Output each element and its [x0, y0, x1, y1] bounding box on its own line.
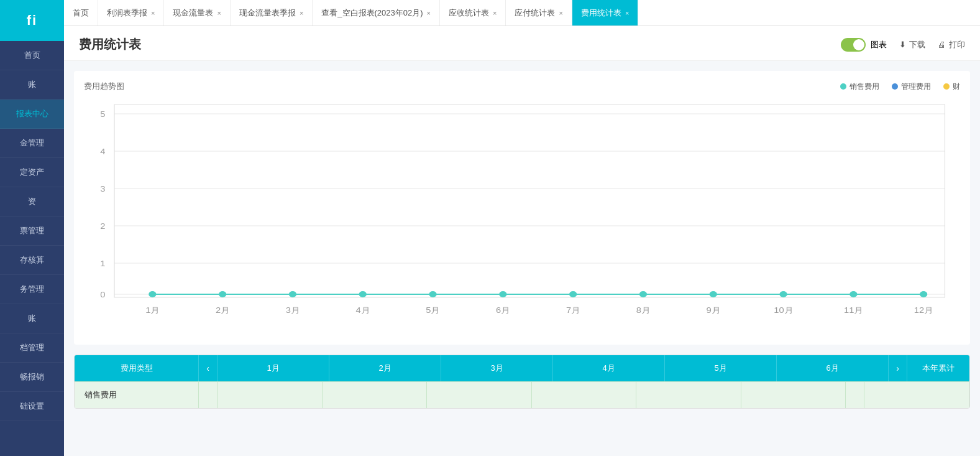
chart-container: 5 4 3 2 1 0 1月 2月 — [84, 98, 960, 335]
chart-toggle[interactable] — [841, 38, 866, 52]
table-col-month4: 4月 — [553, 355, 665, 381]
table-cell-m2 — [323, 382, 428, 408]
table-cell-type: 销售费用 — [75, 382, 199, 408]
table-col-month2: 2月 — [329, 355, 441, 381]
legend-label-admin: 管理费用 — [901, 81, 931, 92]
table-cell-m1 — [218, 382, 323, 408]
svg-point-29 — [429, 291, 436, 297]
svg-text:5: 5 — [100, 110, 105, 118]
page-header: 费用统计表 图表 ⬇ 下载 🖨 打印 — [64, 26, 980, 61]
download-icon: ⬇ — [899, 40, 906, 49]
svg-point-35 — [849, 291, 857, 297]
legend-sales: 销售费用 — [840, 81, 879, 92]
tab-expense-stats[interactable]: 费用统计表 × — [572, 0, 638, 26]
tab-close-payable[interactable]: × — [559, 9, 562, 17]
svg-text:11月: 11月 — [844, 306, 863, 314]
table-col-total: 本年累计 — [907, 355, 969, 381]
svg-text:12月: 12月 — [914, 306, 933, 314]
sidebar-item-settings[interactable]: 础设置 — [0, 392, 64, 421]
tab-close-blank-report[interactable]: × — [427, 9, 431, 17]
sidebar-item-reports[interactable]: 报表中心 — [0, 100, 64, 129]
sidebar-item-account[interactable]: 账 — [0, 70, 64, 100]
main-area: 首页 利润表季报 × 现金流量表 × 现金流量表季报 × 查看_空白报表(202… — [64, 0, 980, 456]
sidebar-item-cash[interactable]: 金管理 — [0, 129, 64, 158]
tab-cashflow[interactable]: 现金流量表 × — [164, 0, 230, 26]
legend-admin: 管理费用 — [892, 81, 931, 92]
chart-toggle-wrap: 图表 — [841, 38, 887, 52]
svg-point-33 — [710, 291, 717, 297]
sidebar-logo: fi — [0, 0, 64, 41]
table-cell-m4 — [532, 382, 637, 408]
line-chart-svg: 5 4 3 2 1 0 1月 2月 — [84, 98, 960, 335]
svg-text:1月: 1月 — [145, 306, 159, 314]
sidebar-item-service[interactable]: 务管理 — [0, 275, 64, 304]
tab-close-receivable[interactable]: × — [493, 9, 497, 17]
svg-text:6月: 6月 — [496, 306, 510, 314]
svg-point-32 — [639, 291, 647, 297]
sidebar-item-archive[interactable]: 档管理 — [0, 333, 64, 363]
svg-text:4月: 4月 — [356, 306, 370, 314]
legend-finance: 财 — [943, 81, 960, 92]
svg-text:7月: 7月 — [566, 306, 580, 314]
svg-text:1: 1 — [100, 259, 105, 268]
chart-legend: 销售费用 管理费用 财 — [840, 81, 960, 92]
sidebar-item-ledger[interactable]: 账 — [0, 304, 64, 333]
svg-text:2月: 2月 — [216, 306, 229, 314]
svg-text:4: 4 — [100, 147, 106, 156]
svg-point-28 — [359, 291, 367, 297]
sidebar-item-inventory[interactable]: 存核算 — [0, 246, 64, 275]
legend-dot-finance — [943, 83, 950, 90]
svg-point-25 — [149, 291, 156, 297]
svg-text:3: 3 — [100, 185, 105, 193]
svg-rect-12 — [114, 105, 945, 297]
sidebar: fi 首页 账 报表中心 金管理 定资产 资 票管理 存核算 务管理 账 档管理… — [0, 0, 64, 456]
print-icon: 🖨 — [938, 40, 946, 49]
table-cell-m5 — [636, 382, 741, 408]
expense-table: 费用类型 ‹ 1月 2月 3月 4月 5月 — [74, 355, 970, 409]
table-cell-spacer2 — [846, 382, 864, 408]
legend-label-sales: 销售费用 — [849, 81, 879, 92]
table-col-month5: 5月 — [665, 355, 777, 381]
tab-blank-report[interactable]: 查看_空白报表(2023年02月) × — [313, 0, 440, 26]
chart-header: 费用趋势图 销售费用 管理费用 财 — [84, 81, 960, 92]
download-button[interactable]: ⬇ 下载 — [899, 39, 925, 50]
svg-text:8月: 8月 — [636, 306, 650, 314]
chart-title: 费用趋势图 — [84, 81, 124, 92]
table-col-month3: 3月 — [441, 355, 553, 381]
table-nav-next[interactable]: › — [889, 355, 907, 381]
tab-home[interactable]: 首页 — [64, 0, 98, 26]
legend-label-finance: 财 — [953, 81, 960, 92]
table-col-type: 费用类型 — [75, 355, 199, 381]
table-cell-m3 — [427, 382, 532, 408]
tab-close-profit-quarterly[interactable]: × — [151, 9, 155, 17]
tab-payable[interactable]: 应付统计表 × — [506, 0, 572, 26]
sidebar-item-resource[interactable]: 资 — [0, 187, 64, 216]
tab-receivable[interactable]: 应收统计表 × — [440, 0, 506, 26]
table-cell-m6 — [741, 382, 846, 408]
tab-close-cashflow[interactable]: × — [217, 9, 221, 17]
table-col-month1: 1月 — [218, 355, 329, 381]
table-header: 费用类型 ‹ 1月 2月 3月 4月 5月 — [75, 355, 969, 381]
legend-dot-sales — [840, 83, 846, 90]
svg-text:5月: 5月 — [426, 306, 439, 314]
table-row: 销售费用 — [75, 381, 969, 408]
table-col-month6: 6月 — [777, 355, 889, 381]
sidebar-item-home[interactable]: 首页 — [0, 41, 64, 70]
sidebar-item-invoice[interactable]: 票管理 — [0, 216, 64, 246]
table-cell-spacer1 — [199, 382, 218, 408]
tab-bar: 首页 利润表季报 × 现金流量表 × 现金流量表季报 × 查看_空白报表(202… — [64, 0, 980, 26]
print-button[interactable]: 🖨 打印 — [938, 39, 965, 50]
chart-toggle-label: 图表 — [871, 39, 887, 50]
tab-close-expense-stats[interactable]: × — [625, 9, 629, 17]
svg-point-31 — [569, 291, 577, 297]
table-nav-prev[interactable]: ‹ — [199, 355, 218, 381]
tab-cashflow-quarterly[interactable]: 现金流量表季报 × — [231, 0, 313, 26]
svg-point-34 — [779, 291, 787, 297]
page-title: 费用统计表 — [79, 36, 141, 53]
sidebar-item-expense[interactable]: 畅报销 — [0, 363, 64, 392]
tab-profit-quarterly[interactable]: 利润表季报 × — [98, 0, 164, 26]
tab-close-cashflow-quarterly[interactable]: × — [300, 9, 303, 17]
svg-point-26 — [219, 291, 226, 297]
svg-text:9月: 9月 — [707, 306, 720, 314]
sidebar-item-assets[interactable]: 定资产 — [0, 158, 64, 187]
